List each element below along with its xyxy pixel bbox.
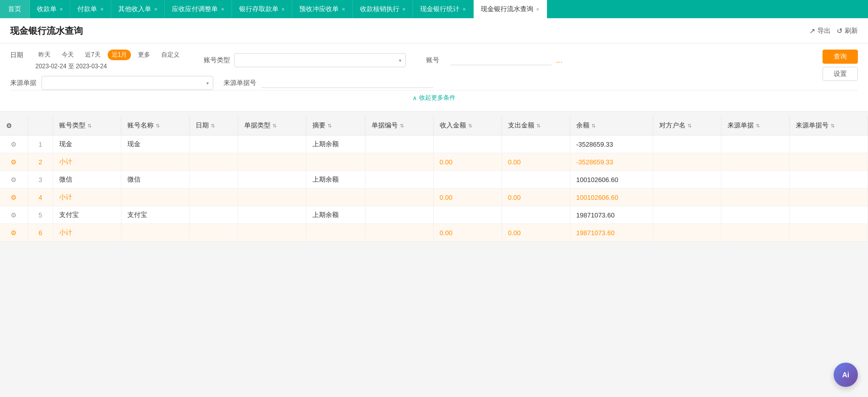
col-header-expense[interactable]: 支出金额⇅ (501, 116, 570, 136)
col-header-summary[interactable]: 摘要⇅ (306, 116, 365, 136)
account-type-select[interactable]: ▾ (234, 53, 406, 67)
account-input[interactable] (450, 55, 552, 65)
sort-icon: ⇅ (468, 123, 472, 128)
col-label: 账号名称 (127, 121, 154, 129)
nav-tab[interactable]: 付款单× (70, 0, 111, 18)
col-header-balance[interactable]: 余额⇅ (570, 116, 653, 136)
cell-gear[interactable]: ⚙ (0, 136, 28, 153)
cell-gear[interactable]: ⚙ (0, 153, 28, 171)
nav-home[interactable]: 首页 (0, 0, 30, 18)
col-header-account_type[interactable]: 账号类型⇅ (53, 116, 121, 136)
table-row: ⚙4小计0.000.00100102606.60 (0, 189, 868, 206)
nav-tab[interactable]: 收款单× (30, 0, 70, 18)
table-row: ⚙5支付宝支付宝上期余额19871073.60 (0, 206, 868, 224)
cell-date (189, 224, 238, 242)
sort-icon: ⇅ (688, 123, 692, 128)
export-button[interactable]: ↗ 导出 (809, 26, 831, 35)
date-shortcut-button[interactable]: 昨天 (34, 50, 55, 60)
filter-row-1: 日期 昨天今天近7天近1月更多自定义 2023-02-24 至 2023-03-… (10, 50, 823, 71)
cell-source_doc_no (790, 206, 868, 224)
cell-doc_type (238, 136, 306, 153)
nav-tab[interactable]: 应收应付调整单× (165, 0, 232, 18)
tab-close-icon[interactable]: × (536, 6, 539, 12)
date-shortcut-button[interactable]: 自定义 (157, 50, 184, 60)
cell-account_name: 支付宝 (121, 206, 189, 224)
col-header-income[interactable]: 收入金额⇅ (433, 116, 501, 136)
cell-gear[interactable]: ⚙ (0, 189, 28, 206)
nav-tab[interactable]: 预收冲应收单× (292, 0, 352, 18)
col-header-date[interactable]: 日期⇅ (189, 116, 238, 136)
date-shortcut-button[interactable]: 近7天 (81, 50, 105, 60)
cell-gear[interactable]: ⚙ (0, 171, 28, 189)
setting-button[interactable]: 设置 (823, 67, 858, 81)
nav-tab[interactable]: 收款核销执行× (353, 0, 413, 18)
nav-tab[interactable]: 其他收入单× (111, 0, 165, 18)
cell-account_type: 支付宝 (53, 206, 121, 224)
table-row: ⚙6小计0.000.0019871073.60 (0, 224, 868, 242)
cell-expense: 0.00 (501, 224, 570, 242)
cell-income (433, 136, 501, 153)
cell-doc_type (238, 171, 306, 189)
date-shortcut-button[interactable]: 近1月 (108, 50, 131, 60)
date-shortcut-button[interactable]: 更多 (134, 50, 154, 60)
col-header-account_name[interactable]: 账号名称⇅ (121, 116, 189, 136)
tab-close-icon[interactable]: × (100, 6, 103, 12)
col-label: 来源单据 (727, 121, 754, 129)
tab-close-icon[interactable]: × (342, 6, 345, 12)
date-shortcut-button[interactable]: 今天 (58, 50, 78, 60)
source-doc-no-input[interactable] (261, 78, 433, 88)
source-doc-select[interactable]: ▾ (41, 76, 213, 90)
export-label: 导出 (817, 26, 831, 35)
cell-balance: -3528659.33 (570, 136, 653, 153)
refresh-button[interactable]: ↺ 刷新 (837, 26, 858, 35)
top-nav: 首页 收款单×付款单×其他收入单×应收应付调整单×银行存取款单×预收冲应收单×收… (0, 0, 868, 18)
col-header-counterparty[interactable]: 对方户名⇅ (653, 116, 721, 136)
collapse-bar[interactable]: ∧ 收起更多条件 (10, 90, 858, 105)
col-header-doc_type[interactable]: 单据类型⇅ (238, 116, 306, 136)
cell-account_type: 小计 (53, 224, 121, 242)
tab-close-icon[interactable]: × (221, 6, 224, 12)
page-title: 现金银行流水查询 (10, 25, 83, 37)
col-header-source_doc_no[interactable]: 来源单据号⇅ (790, 116, 868, 136)
cell-source_doc_no (790, 224, 868, 242)
tab-close-icon[interactable]: × (402, 6, 405, 12)
nav-tab[interactable]: 银行存取款单× (232, 0, 292, 18)
refresh-label: 刷新 (845, 26, 858, 35)
account-dots-button[interactable]: ... (556, 56, 562, 65)
table-row: ⚙2小计0.000.00-3528659.33 (0, 153, 868, 171)
cell-counterparty (653, 189, 721, 206)
account-type-label: 账号类型 (204, 56, 230, 65)
tab-close-icon[interactable]: × (463, 6, 466, 12)
tab-label: 其他收入单 (118, 5, 151, 14)
cell-source_doc (721, 189, 789, 206)
nav-tab[interactable]: 现金银行流水查询× (474, 0, 547, 18)
data-table: ⚙账号类型⇅账号名称⇅日期⇅单据类型⇅摘要⇅单据编号⇅收入金额⇅支出金额⇅余额⇅… (0, 116, 868, 242)
col-header-doc_no[interactable]: 单据编号⇅ (365, 116, 433, 136)
nav-tab[interactable]: 现金银行统计× (413, 0, 473, 18)
query-button[interactable]: 查询 (823, 50, 858, 64)
cell-expense: 0.00 (501, 153, 570, 171)
cell-num: 2 (28, 153, 53, 171)
cell-counterparty (653, 171, 721, 189)
col-header-source_doc[interactable]: 来源单据⇅ (721, 116, 789, 136)
tab-close-icon[interactable]: × (282, 6, 285, 12)
cell-summary: 上期余额 (306, 171, 365, 189)
cell-doc_no (365, 171, 433, 189)
tab-close-icon[interactable]: × (154, 6, 157, 12)
sort-icon: ⇅ (211, 123, 215, 128)
cell-source_doc (721, 224, 789, 242)
filter-section: 日期 昨天今天近7天近1月更多自定义 2023-02-24 至 2023-03-… (0, 43, 868, 112)
table-header: ⚙账号类型⇅账号名称⇅日期⇅单据类型⇅摘要⇅单据编号⇅收入金额⇅支出金额⇅余额⇅… (0, 116, 868, 136)
tab-close-icon[interactable]: × (60, 6, 63, 12)
cell-balance: 19871073.60 (570, 206, 653, 224)
sort-icon: ⇅ (400, 123, 404, 128)
table-row: ⚙1现金现金上期余额-3528659.33 (0, 136, 868, 153)
col-label: 支出金额 (508, 121, 534, 129)
cell-gear[interactable]: ⚙ (0, 224, 28, 242)
cell-counterparty (653, 206, 721, 224)
sort-icon: ⇅ (87, 123, 92, 128)
cell-gear[interactable]: ⚙ (0, 206, 28, 224)
col-label: 摘要 (312, 121, 326, 129)
cell-doc_no (365, 189, 433, 206)
gear-icon: ⚙ (11, 194, 17, 201)
